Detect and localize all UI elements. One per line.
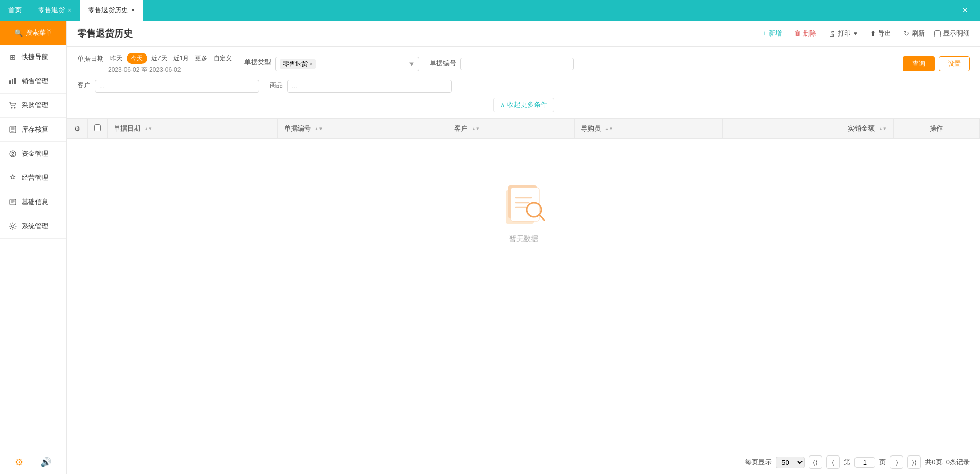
date-btn-today[interactable]: 今天 — [127, 53, 147, 64]
type-tag-remove[interactable]: × — [309, 61, 312, 67]
sidebar-item-quick-nav[interactable]: ⊞ 快捷导航 — [0, 45, 66, 69]
collapse-button[interactable]: ∧ 收起更多条件 — [493, 98, 554, 112]
window-close-button[interactable]: × — [958, 5, 972, 15]
sidebar-item-sales-mgmt[interactable]: 销售管理 — [0, 69, 66, 94]
svg-rect-7 — [10, 199, 16, 205]
sidebar-search[interactable]: 🔍 搜索菜单 — [0, 21, 66, 45]
date-btn-more[interactable]: 更多 — [193, 53, 209, 64]
filter-row-2: 客户 ... 商品 ... — [77, 80, 970, 93]
inventory-icon — [8, 125, 17, 134]
settings-bottom-icon[interactable]: ⚙ — [15, 457, 23, 468]
th-amount: 实销金额 ▲▼ — [723, 119, 893, 139]
last-page-button[interactable]: ⟩⟩ — [907, 455, 921, 469]
th-action: 操作 — [893, 119, 979, 139]
search-icon: 🔍 — [14, 29, 23, 37]
show-detail-checkbox-label[interactable]: 显示明细 — [934, 29, 970, 38]
add-button[interactable]: + 新增 — [760, 27, 785, 40]
sort-amount[interactable]: ▲▼ — [879, 127, 887, 131]
query-button[interactable]: 查询 — [903, 56, 935, 71]
collapse-icon: ∧ — [500, 101, 505, 109]
refresh-icon: ↻ — [904, 30, 910, 38]
action-buttons: 查询 设置 — [903, 56, 970, 71]
svg-line-14 — [539, 215, 544, 220]
sidebar-item-basic-info[interactable]: 基础信息 — [0, 190, 66, 214]
th-date: 单据日期 ▲▼ — [107, 119, 277, 139]
sidebar-item-purchase-mgmt[interactable]: 采购管理 — [0, 94, 66, 118]
tab-retail-return-history[interactable]: 零售退货历史 × — [80, 0, 143, 21]
first-page-button[interactable]: ⟨⟨ — [809, 455, 822, 469]
sort-guide[interactable]: ▲▼ — [605, 127, 613, 131]
th-no: 单据编号 ▲▼ — [277, 119, 448, 139]
goods-input[interactable]: ... — [287, 80, 452, 93]
empty-text: 暂无数据 — [509, 234, 538, 244]
filter-area: 单据日期 昨天 今天 近7天 近1月 更多 自定义 2023-06-02 至 2… — [67, 47, 980, 119]
topbar-right: × — [958, 5, 980, 16]
collapse-section: ∧ 收起更多条件 — [77, 98, 970, 112]
type-dropdown-icon: ▼ — [408, 60, 415, 68]
date-btn-7days[interactable]: 近7天 — [149, 53, 169, 64]
sidebar: 🔍 搜索菜单 ⊞ 快捷导航 销售管理 采购管理 库存核算 — [0, 21, 67, 474]
filter-row-1: 单据日期 昨天 今天 近7天 近1月 更多 自定义 2023-06-02 至 2… — [77, 53, 970, 75]
th-settings[interactable]: ⚙ — [67, 119, 87, 139]
sidebar-item-sys-mgmt[interactable]: 系统管理 — [0, 214, 66, 239]
date-btn-custom[interactable]: 自定义 — [211, 53, 234, 64]
basic-info-icon — [8, 197, 17, 207]
sidebar-item-ops-mgmt[interactable]: 经营管理 — [0, 166, 66, 190]
setting-button[interactable]: 设置 — [939, 56, 970, 71]
sales-icon — [8, 77, 17, 86]
audio-bottom-icon[interactable]: 🔊 — [40, 457, 51, 468]
type-select[interactable]: 零售退货 × ▼ — [275, 57, 419, 71]
empty-icon — [498, 180, 549, 226]
empty-state: 暂无数据 — [67, 139, 980, 285]
filter-date: 单据日期 昨天 今天 近7天 近1月 更多 自定义 2023-06-02 至 2… — [77, 53, 234, 75]
customer-input[interactable]: ... — [95, 80, 259, 93]
page-title: 零售退货历史 — [77, 27, 760, 40]
delete-button[interactable]: 🗑 删除 — [791, 27, 819, 40]
finance-icon — [8, 149, 17, 158]
filter-customer: 客户 ... — [77, 80, 259, 93]
tab-retail-return[interactable]: 零售退货 × — [30, 0, 80, 21]
sort-no[interactable]: ▲▼ — [315, 127, 323, 131]
prev-page-button[interactable]: ⟨ — [826, 455, 840, 469]
sidebar-item-inventory-check[interactable]: 库存核算 — [0, 118, 66, 142]
page-header: 零售退货历史 + 新增 🗑 删除 🖨 🖨 打印 打印 ▼ ⬆ 导出 ↻ 刷新 — [67, 21, 980, 47]
print-dropdown-icon: ▼ — [853, 31, 858, 37]
table-header-row: ⚙ 单据日期 ▲▼ 单据编号 ▲▼ — [67, 119, 980, 139]
quick-nav-icon: ⊞ — [8, 52, 17, 62]
sort-customer[interactable]: ▲▼ — [472, 127, 480, 131]
sort-date[interactable]: ▲▼ — [144, 127, 152, 131]
filter-type: 单据类型 零售退货 × ▼ — [244, 57, 419, 71]
svg-rect-11 — [511, 188, 539, 221]
th-customer: 客户 ▲▼ — [448, 119, 575, 139]
date-btn-1month[interactable]: 近1月 — [171, 53, 191, 64]
refresh-button[interactable]: ↻ 刷新 — [901, 27, 928, 40]
date-btn-yesterday[interactable]: 昨天 — [108, 53, 124, 64]
pagination: 每页显示 50 20 100 ⟨⟨ ⟨ 第 页 ⟩ ⟩⟩ 共0页, 0条记录 — [67, 450, 980, 474]
select-all-checkbox[interactable] — [94, 124, 101, 131]
date-buttons: 昨天 今天 近7天 近1月 更多 自定义 — [108, 53, 234, 64]
show-detail-checkbox[interactable] — [934, 30, 941, 37]
date-range: 2023-06-02 至 2023-06-02 — [108, 66, 234, 75]
filter-goods: 商品 ... — [270, 80, 452, 93]
export-button[interactable]: ⬆ 导出 — [867, 27, 895, 40]
sidebar-bottom: ⚙ 🔊 — [0, 450, 66, 474]
ops-icon — [8, 173, 17, 183]
toolbar: + 新增 🗑 删除 🖨 🖨 打印 打印 ▼ ⬆ 导出 ↻ 刷新 — [760, 27, 970, 40]
voucher-no-input[interactable] — [460, 58, 574, 70]
svg-rect-0 — [9, 80, 11, 84]
close-tab-retail-return-history[interactable]: × — [131, 7, 135, 14]
page-number-input[interactable] — [854, 457, 875, 468]
svg-point-4 — [14, 107, 16, 109]
print-button[interactable]: 🖨 🖨 打印 打印 ▼ — [826, 27, 861, 40]
top-bar: 首页 零售退货 × 零售退货历史 × × — [0, 0, 980, 21]
next-page-button[interactable]: ⟩ — [890, 455, 903, 469]
svg-point-13 — [529, 205, 539, 214]
sys-mgmt-icon — [8, 222, 17, 231]
sidebar-item-finance-mgmt[interactable]: 资金管理 — [0, 142, 66, 166]
settings-icon[interactable]: ⚙ — [74, 125, 80, 133]
tab-home[interactable]: 首页 — [0, 0, 30, 21]
page-size-select[interactable]: 50 20 100 — [776, 457, 805, 468]
close-tab-retail-return[interactable]: × — [68, 7, 72, 14]
main-layout: 🔍 搜索菜单 ⊞ 快捷导航 销售管理 采购管理 库存核算 — [0, 21, 980, 474]
th-check[interactable] — [87, 119, 107, 139]
